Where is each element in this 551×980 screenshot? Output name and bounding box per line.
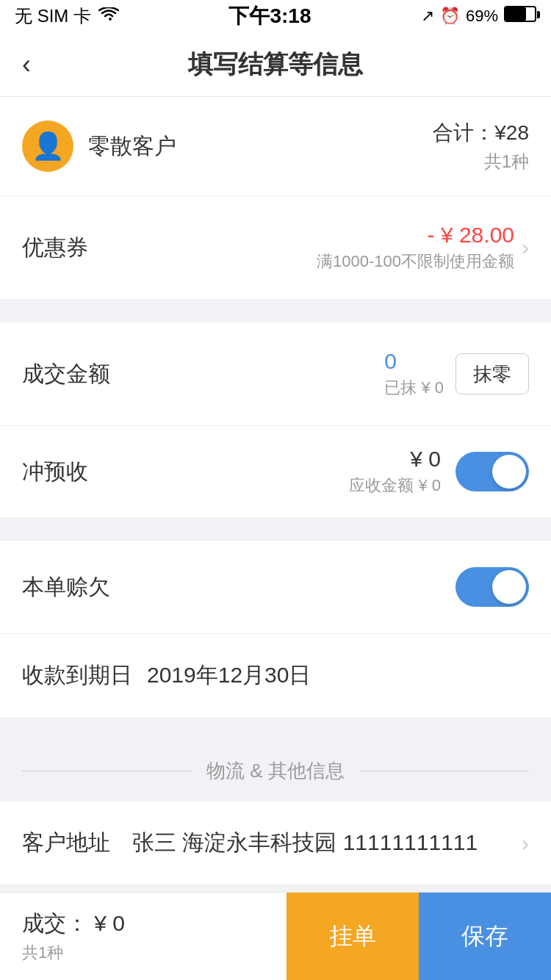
coupon-right-inner: - ¥ 28.00 满1000-100不限制使用金额 bbox=[317, 223, 514, 273]
chevron-right-icon: › bbox=[522, 235, 529, 260]
customer-row: 👤 零散客户 合计：¥28 共1种 bbox=[0, 97, 551, 195]
section-divider-3 bbox=[0, 729, 551, 741]
total-amount: 合计：¥28 bbox=[433, 119, 529, 147]
deal-amount-row: 成交金额 0 已抹 ¥ 0 抹零 bbox=[0, 323, 551, 426]
bottom-bar: 成交： ¥ 0 共1种 挂单 保存 bbox=[0, 892, 551, 980]
round-zero-button[interactable]: 抹零 bbox=[455, 353, 529, 394]
page-title: 填写结算等信息 bbox=[188, 48, 363, 82]
deal-amount-card: 成交金额 0 已抹 ¥ 0 抹零 冲预收 ¥ 0 应收金额 ¥ 0 bbox=[0, 323, 551, 517]
avatar: 👤 bbox=[22, 120, 73, 172]
status-time: 下午3:18 bbox=[228, 2, 311, 30]
total-count: 共1种 bbox=[433, 150, 529, 173]
prepay-amount: ¥ 0 bbox=[349, 447, 441, 472]
prepay-sub: 应收金额 ¥ 0 bbox=[349, 475, 441, 497]
prepay-right: ¥ 0 应收金额 ¥ 0 bbox=[349, 447, 529, 497]
logistics-section: 物流 & 其他信息 bbox=[0, 741, 551, 801]
deal-amount-value-group: 0 已抹 ¥ 0 bbox=[384, 349, 444, 399]
section-divider-1 bbox=[0, 311, 551, 323]
duedate-row: 收款到期日 2019年12月30日 bbox=[0, 633, 551, 717]
debt-row: 本单赊欠 bbox=[0, 541, 551, 633]
status-right: ↗ ⏰ 69% bbox=[421, 6, 536, 26]
deal-amount-label: 成交金额 bbox=[22, 359, 110, 389]
battery-icon bbox=[504, 6, 536, 26]
debt-toggle-knob bbox=[492, 570, 526, 604]
address-card: 客户地址 张三 海淀永丰科技园 11111111111 › bbox=[0, 801, 551, 884]
coupon-row[interactable]: 优惠券 - ¥ 28.00 满1000-100不限制使用金额 › bbox=[0, 195, 551, 299]
bottom-summary-count: 共1种 bbox=[22, 942, 264, 964]
debt-card: 本单赊欠 收款到期日 2019年12月30日 bbox=[0, 541, 551, 717]
logistics-label: 物流 & 其他信息 bbox=[206, 758, 345, 784]
alarm-icon: ⏰ bbox=[440, 7, 460, 26]
status-bar: 无 SIM 卡 下午3:18 ↗ ⏰ 69% bbox=[0, 0, 551, 32]
customer-name: 零散客户 bbox=[88, 131, 176, 162]
prepay-amount-group: ¥ 0 应收金额 ¥ 0 bbox=[349, 447, 441, 497]
address-value: 张三 海淀永丰科技园 11111111111 bbox=[132, 828, 522, 858]
section-divider-2 bbox=[0, 529, 551, 541]
nav-bar: ‹ 填写结算等信息 bbox=[0, 32, 551, 97]
logistics-divider-left bbox=[22, 771, 192, 771]
back-button[interactable]: ‹ bbox=[22, 49, 31, 80]
content: 👤 零散客户 合计：¥28 共1种 优惠券 - ¥ 28.00 满1000-10… bbox=[0, 97, 551, 980]
customer-left: 👤 零散客户 bbox=[22, 120, 176, 172]
deal-amount-right: 0 已抹 ¥ 0 抹零 bbox=[384, 349, 529, 399]
address-chevron-icon: › bbox=[522, 831, 529, 856]
prepay-row: 冲预收 ¥ 0 应收金额 ¥ 0 bbox=[0, 426, 551, 517]
duedate-label: 收款到期日 bbox=[22, 660, 132, 691]
coupon-discount: - ¥ 28.00 bbox=[317, 223, 514, 248]
prepay-label: 冲预收 bbox=[22, 457, 88, 487]
deal-amount-value[interactable]: 0 bbox=[384, 349, 444, 374]
bottom-summary: 成交： ¥ 0 共1种 bbox=[0, 909, 287, 964]
debt-toggle[interactable] bbox=[455, 567, 529, 607]
status-left: 无 SIM 卡 bbox=[15, 4, 119, 28]
battery-percent: 69% bbox=[466, 7, 498, 26]
bottom-summary-value: ¥ 0 bbox=[94, 911, 125, 935]
pending-button[interactable]: 挂单 bbox=[287, 893, 419, 981]
deal-amount-sub: 已抹 ¥ 0 bbox=[384, 377, 444, 399]
coupon-right: - ¥ 28.00 满1000-100不限制使用金额 › bbox=[317, 223, 529, 273]
sim-text: 无 SIM 卡 bbox=[15, 4, 91, 28]
address-label: 客户地址 bbox=[22, 828, 110, 858]
customer-right: 合计：¥28 共1种 bbox=[433, 119, 529, 173]
logistics-divider-right bbox=[359, 771, 529, 771]
avatar-icon: 👤 bbox=[32, 131, 65, 162]
duedate-value: 2019年12月30日 bbox=[147, 660, 311, 691]
save-button[interactable]: 保存 bbox=[419, 893, 551, 981]
wifi-icon bbox=[98, 6, 119, 26]
coupon-label: 优惠券 bbox=[22, 233, 88, 263]
address-row[interactable]: 客户地址 张三 海淀永丰科技园 11111111111 › bbox=[0, 801, 551, 884]
bottom-summary-label: 成交： bbox=[22, 911, 88, 935]
toggle-knob bbox=[492, 455, 526, 489]
direction-icon: ↗ bbox=[421, 7, 434, 26]
customer-card: 👤 零散客户 合计：¥28 共1种 优惠券 - ¥ 28.00 满1000-10… bbox=[0, 97, 551, 299]
prepay-toggle[interactable] bbox=[455, 452, 529, 491]
coupon-desc: 满1000-100不限制使用金额 bbox=[317, 251, 514, 273]
debt-label: 本单赊欠 bbox=[22, 572, 110, 602]
bottom-summary-amount: 成交： ¥ 0 bbox=[22, 909, 264, 939]
